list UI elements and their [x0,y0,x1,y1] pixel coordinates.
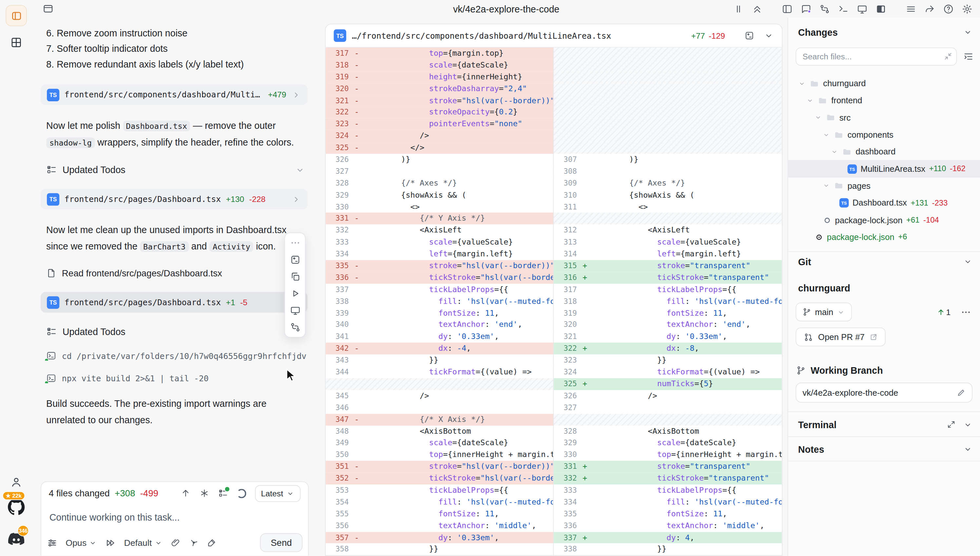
line-number[interactable]: 347 [326,414,354,425]
line-number[interactable]: 328 [554,425,583,437]
line-number[interactable]: 350 [326,449,354,461]
model-dropdown[interactable]: Opus [66,538,97,548]
line-number[interactable]: 323 [326,118,354,130]
tree-folder-churnguard[interactable]: churnguard [788,75,980,92]
line-number[interactable]: 317 [554,284,583,296]
pencil-icon[interactable] [957,388,965,397]
chevron-down-icon[interactable] [963,444,973,454]
line-number[interactable]: 358 [326,543,354,555]
tree-file-MultiLineArea.tsx[interactable]: TSMultiLineArea.tsx+110-162 [788,160,980,177]
line-number[interactable]: 339 [326,307,354,319]
line-number[interactable]: 335 [326,260,354,272]
mcp-icon[interactable] [189,538,199,548]
line-number[interactable]: 351 [326,461,354,473]
github-link[interactable]: ★ 22k [8,499,25,519]
line-number[interactable]: 353 [326,485,354,496]
settings-sliders-icon[interactable] [47,538,57,548]
panel-left-icon[interactable] [782,3,793,14]
line-number[interactable]: 328 [326,177,354,189]
panel-right-icon[interactable] [876,3,886,14]
line-number[interactable]: 346 [326,402,354,414]
pen-icon[interactable] [207,538,217,548]
line-number[interactable]: 325 [326,142,354,154]
line-number[interactable]: 311 [554,201,583,213]
working-branch-field[interactable]: vk/4e2a-explore-the-code [796,383,972,402]
send-button[interactable]: Send [260,533,302,552]
line-number[interactable]: 310 [554,189,583,201]
line-number[interactable]: 319 [326,71,354,83]
board-grid-icon[interactable] [10,36,23,49]
app-logo-icon[interactable] [6,5,27,26]
tree-file-Dashboard.tsx[interactable]: TSDashboard.tsx+131-233 [788,194,980,212]
settings-gear-icon[interactable] [962,3,972,14]
split-view-icon[interactable] [744,31,754,40]
line-number[interactable]: 340 [326,319,354,331]
tree-folder-frontend[interactable]: frontend [788,92,980,109]
line-number[interactable]: 331 [326,213,354,225]
discord-link[interactable]: 346 [8,531,24,550]
chat-input[interactable] [44,506,305,529]
menu-icon[interactable] [906,3,916,14]
line-number[interactable]: 345 [326,390,354,402]
chevron-down-icon[interactable] [295,165,305,175]
tree-folder-components[interactable]: components [788,126,980,143]
line-number[interactable]: 332 [554,473,583,485]
tree-file-package-lock.json[interactable]: package-lock.json+61-104 [788,212,980,228]
sparkle-icon[interactable] [199,488,209,499]
line-number[interactable]: 337 [554,532,583,543]
line-number[interactable]: 329 [326,189,354,201]
expand-icon[interactable] [947,420,956,429]
line-number[interactable]: 356 [326,520,354,532]
line-number[interactable]: 320 [326,83,354,95]
line-number[interactable]: 333 [326,236,354,248]
line-number[interactable]: 354 [326,496,354,508]
diff-icon[interactable] [290,254,300,265]
chevron-down-icon[interactable] [963,420,973,429]
monitor-icon[interactable] [857,3,867,14]
line-number[interactable]: 325 [554,378,583,390]
tree-folder-dashboard[interactable]: dashboard [788,143,980,160]
line-number[interactable]: 327 [554,402,583,414]
chat-bubble-icon[interactable] [801,3,811,14]
line-number[interactable]: 318 [554,296,583,307]
line-number[interactable]: 313 [554,236,583,248]
line-number[interactable]: 344 [326,367,354,378]
line-number[interactable]: 338 [326,296,354,307]
tool-call-row[interactable]: Read frontend/src/pages/Dashboard.tsx [40,268,307,278]
terminal-command-row[interactable]: npx vite build 2>&1 | tail -20 [40,373,307,383]
share-icon[interactable] [924,3,935,14]
search-files-input[interactable] [796,47,957,66]
line-number[interactable]: 307 [554,154,583,166]
line-number[interactable]: 324 [326,130,354,142]
line-number[interactable]: 357 [326,532,354,543]
file-change-chip[interactable]: TSfrontend/src/components/dashboard/Mult… [40,84,307,105]
line-number[interactable]: 323 [554,355,583,367]
line-number[interactable]: 321 [326,95,354,107]
todos-status-icon[interactable] [218,488,228,499]
tree-folder-pages[interactable]: pages [788,177,980,194]
line-number[interactable]: 318 [326,59,354,71]
chevron-down-icon[interactable] [764,31,774,40]
line-number[interactable]: 352 [326,473,354,485]
updated-todos-row[interactable]: Updated Todos [40,165,307,175]
scroll-up-icon[interactable] [180,488,191,499]
tree-folder-src[interactable]: src [788,109,980,126]
line-number[interactable]: 348 [326,425,354,437]
pause-icon[interactable] [733,3,744,14]
collapse-tree-icon[interactable] [963,51,974,61]
line-number[interactable]: 322 [554,343,583,354]
help-icon[interactable] [943,3,953,14]
tree-file-package-lock.json[interactable]: package-lock.json+6 [788,228,980,246]
line-number[interactable]: 332 [326,225,354,236]
line-number[interactable]: 320 [554,319,583,331]
updated-todos-row[interactable]: Updated Todos [40,326,307,337]
line-number[interactable]: 322 [326,107,354,118]
attach-icon[interactable] [170,538,181,548]
line-number[interactable]: 309 [554,177,583,189]
line-number[interactable]: 316 [554,272,583,284]
line-number[interactable]: 333 [554,485,583,496]
line-number[interactable]: 336 [326,272,354,284]
terminal-command-row[interactable]: cd /private/var/folders/10/h7w0q46556ggr… [40,351,307,361]
file-change-chip[interactable]: TSfrontend/src/pages/Dashboard.tsx+1-5 [40,292,307,313]
branch-selector[interactable]: main [796,302,852,321]
